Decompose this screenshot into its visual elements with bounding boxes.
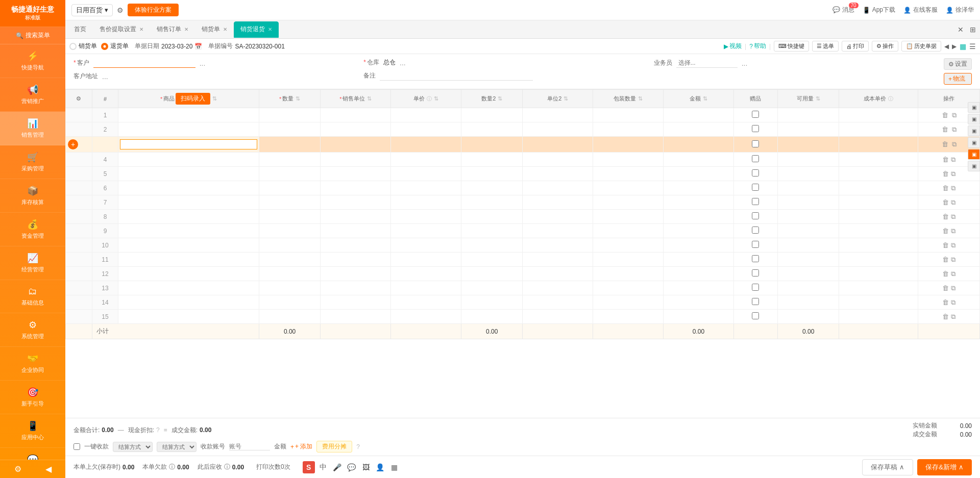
cost-info-icon[interactable]: ⓘ [888,95,893,103]
gift-checkbox-5[interactable] [752,169,759,177]
sidebar-item-system[interactable]: ⚙ 系统管理 [0,313,65,347]
add-payment-button[interactable]: + + 添加 [290,442,312,451]
radio-return[interactable]: 退货单 [101,42,129,51]
app-download-link[interactable]: 📱 App下载 [863,6,895,14]
tab-sales-close[interactable]: ✕ [223,27,227,32]
warehouse-dots[interactable]: ... [400,59,406,67]
tab-sales-order-close[interactable]: ✕ [184,27,188,32]
toolbar-shortcut-btn[interactable]: ⌨ 快捷键 [774,41,809,52]
online-service-link[interactable]: 👤 在线客服 [903,6,938,14]
radio-sales[interactable]: 销货单 [69,42,97,51]
gift-checkbox-11[interactable] [752,255,759,262]
price-info-icon[interactable]: ⓘ [427,95,432,103]
one-click-pay-checkbox[interactable] [74,443,80,450]
add-row-button[interactable]: + [68,139,78,149]
salesman-input[interactable] [676,58,738,68]
gift-checkbox-9[interactable] [752,227,759,234]
sidebar-item-sales[interactable]: 📊 销售管理 [0,112,65,145]
goods-sort[interactable]: ⇅ [212,95,217,102]
row-delete-10[interactable]: 🗑 [941,241,950,249]
row-copy-4[interactable]: ⧉ [950,156,957,164]
row-delete-6[interactable]: 🗑 [941,184,950,192]
remarks-input[interactable] [380,71,533,81]
sidebar-settings-btn[interactable]: ⚙ [14,464,21,474]
right-btn-1[interactable]: ▣ [968,102,980,113]
scan-button[interactable]: 扫码录入 [176,93,210,105]
tool-chat[interactable]: 💬 [346,461,358,473]
sidebar-collapse-btn[interactable]: ◀ [45,464,52,474]
row-copy-6[interactable]: ⧉ [950,184,957,192]
gift-checkbox-3[interactable] [752,140,759,147]
save-new-button[interactable]: 保存&新增 ∧ [917,459,972,475]
sidebar-item-marketing[interactable]: 📢 营销推广 [0,78,65,112]
settle-method-select[interactable]: 结算方式 [113,442,153,452]
fee-split-button[interactable]: 费用分摊 [316,441,352,452]
row-delete-5[interactable]: 🗑 [941,170,950,178]
cash-discount-help[interactable]: ? [156,426,160,434]
tab-home[interactable]: 首页 [67,21,93,38]
sidebar-item-wechat[interactable]: 💬 企业微信 [0,448,65,460]
tool-person[interactable]: 👤 [374,461,386,473]
sidebar-item-operation[interactable]: 📈 经营管理 [0,246,65,280]
tab-sales-return[interactable]: 销货退货 ✕ [234,21,279,38]
row-copy-3[interactable]: ⧉ [951,140,958,148]
address-dots[interactable]: ... [102,72,108,81]
right-btn-5[interactable]: ▣ [968,149,980,160]
sidebar-item-finance[interactable]: 💰 资金管理 [0,213,65,246]
gift-checkbox-6[interactable] [752,184,759,191]
prev-record-btn[interactable]: ◀ [944,43,949,50]
price-sort[interactable]: ⇅ [434,95,438,102]
row-copy-5[interactable]: ⧉ [950,170,957,178]
sidebar-item-enterprise[interactable]: 🤝 企业协同 [0,347,65,381]
trial-button[interactable]: 体验行业方案 [128,4,179,16]
gift-checkbox-10[interactable] [752,241,759,248]
gift-checkbox-8[interactable] [752,212,759,219]
qty-sort[interactable]: ⇅ [296,95,300,102]
tool-mic[interactable]: 🎤 [331,461,344,473]
tab-sales-return-close[interactable]: ✕ [268,27,272,32]
fee-split-help[interactable]: ? [356,443,360,450]
tab-maximize-btn[interactable]: ⊞ [968,26,978,34]
gift-checkbox-15[interactable] [752,312,759,319]
amount-sort[interactable]: ⇅ [703,95,707,102]
right-btn-4[interactable]: ▣ [968,137,980,148]
row-delete-7[interactable]: 🗑 [941,198,950,206]
sidebar-search[interactable]: 🔍 搜索菜单 [0,27,65,44]
gift-checkbox-2[interactable] [752,125,759,132]
row-delete-14[interactable]: 🗑 [941,298,950,306]
next-record-btn[interactable]: ▶ [952,43,957,50]
avail-sort[interactable]: ⇅ [816,95,820,102]
row-copy-12[interactable]: ⧉ [950,270,957,278]
row-delete-9[interactable]: 🗑 [941,227,950,235]
row-delete-3[interactable]: 🗑 [941,140,949,148]
sidebar-item-app-center[interactable]: 📱 应用中心 [0,414,65,448]
settings-button[interactable]: ⚙ 设置 [944,58,972,70]
tab-price-setting[interactable]: 售价提取设置 ✕ [93,21,150,38]
add-logistics-button[interactable]: + 物流 [944,73,972,85]
toolbar-select-btn[interactable]: ☰ 选单 [812,41,839,52]
row-delete-2[interactable]: 🗑 [941,125,949,133]
qty2-sort[interactable]: ⇅ [498,95,502,102]
tab-price-setting-close[interactable]: ✕ [139,27,143,32]
calc-method-select[interactable]: 结算方式 [157,442,197,452]
pkg-sort[interactable]: ⇅ [638,95,643,102]
sidebar-item-inventory[interactable]: 📦 库存核算 [0,179,65,213]
row-delete-11[interactable]: 🗑 [941,256,950,263]
sidebar-item-guide[interactable]: 🎯 新手引导 [0,381,65,414]
tab-close-all-btn[interactable]: ✕ [955,26,966,34]
row-copy-7[interactable]: ⧉ [950,198,957,207]
toolbar-video-btn[interactable]: ▶ 视频 [724,42,742,51]
calendar-icon[interactable]: 📅 [194,43,202,50]
customer-input[interactable] [93,58,195,68]
tool-s[interactable]: S [303,461,315,473]
salesman-dots[interactable]: ... [742,59,748,67]
grid-view-btn[interactable]: ▦ [960,42,966,51]
right-btn-6[interactable]: ▣ [968,161,980,171]
goods-input-3[interactable] [120,140,257,149]
sidebar-item-basic[interactable]: 🗂 基础信息 [0,280,65,313]
toolbar-operate-btn[interactable]: ⚙ 操作 [872,41,898,52]
toolbar-print-btn[interactable]: 🖨 打印 [842,41,869,52]
toolbar-help-btn[interactable]: ? 帮助 [749,42,766,51]
th-gear[interactable]: ⚙ [66,90,92,108]
tab-sales-order[interactable]: 销售订单 ✕ [150,21,195,38]
